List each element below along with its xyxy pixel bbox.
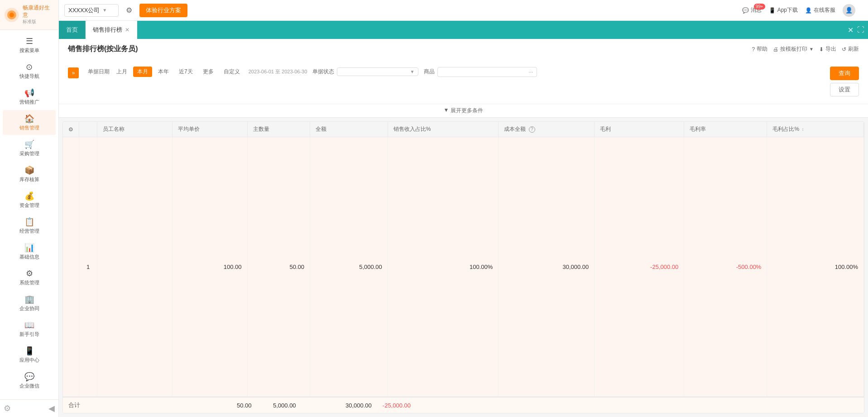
sidebar-item-search[interactable]: ☰ 搜索菜单 [3, 33, 56, 58]
col-avg-price: 平均单价 [172, 122, 247, 137]
operations-icon: 📋 [24, 217, 34, 227]
enterprise-icon: 🏢 [24, 294, 34, 304]
sidebar-item-basic[interactable]: 📊 基础信息 [3, 239, 56, 264]
sidebar-item-finance[interactable]: 💰 资金管理 [3, 187, 56, 212]
purchase-icon: 🛒 [24, 139, 34, 149]
query-actions: 查询 设置 [830, 67, 859, 96]
tab-close-icon[interactable]: ✕ [125, 27, 129, 33]
purchase-label: 采购管理 [19, 150, 39, 157]
message-action[interactable]: 💬 消息 99+ [742, 6, 762, 14]
cost-info-icon[interactable]: ? [529, 126, 535, 133]
col-settings[interactable]: ⚙ [63, 122, 79, 137]
tab-sales-rank-label: 销售排行榜 [93, 26, 122, 34]
collapse-icon[interactable]: ◀ [48, 403, 55, 413]
date-tab-last-month[interactable]: 上月 [112, 67, 131, 77]
experience-button[interactable]: 体验行业方案 [139, 4, 187, 17]
page-actions: ? 帮助 🖨 按模板打印 ▼ ⬇ 导出 ↺ 刷新 [752, 45, 859, 53]
expand-more-button[interactable]: ▼ 展开更多条件 [59, 104, 868, 117]
tab-home[interactable]: 首页 [59, 21, 86, 39]
status-chevron: ▼ [410, 69, 414, 74]
quick-nav-icon: ⊙ [26, 62, 33, 72]
header-gear-button[interactable]: ⚙ [122, 4, 136, 17]
app-download-label: App下载 [777, 6, 798, 14]
avatar-icon: 👤 [845, 7, 853, 14]
newguide-label: 新手引导 [19, 331, 39, 338]
date-tab-current-month[interactable]: 本月 [133, 67, 152, 77]
filter-wrapper: 销售排行榜(按业务员) ? 帮助 🖨 按模板打印 ▼ ⬇ 导出 [59, 39, 868, 118]
settings-icon[interactable]: ⚙ [4, 403, 11, 413]
date-tab-custom[interactable]: 自定义 [220, 67, 244, 77]
refresh-label: 刷新 [848, 45, 859, 53]
sidebar-item-system[interactable]: ⚙ 系统管理 [3, 265, 56, 290]
status-select[interactable]: ▼ [337, 67, 418, 76]
logo-area: 畅康通好生意 标准版 [0, 0, 58, 30]
print-label: 按模板打印 [780, 45, 807, 53]
sidebar-item-newguide[interactable]: 📖 新手引导 [3, 316, 56, 341]
row-cost: 30,000.00 [499, 137, 595, 397]
filter-main-row: » 单据日期 上月 本月 本年 近7天 更多 自定义 [59, 62, 868, 101]
tab-restore-btn[interactable]: ⛶ [857, 26, 864, 34]
more-dots-icon[interactable]: ··· [528, 69, 533, 75]
col-gross-rate: 毛利率 [684, 122, 767, 137]
date-range: 2023-06-01 至 2023-06-30 [249, 68, 307, 75]
print-icon: 🖨 [773, 46, 778, 53]
sidebar-nav: ☰ 搜索菜单 ⊙ 快捷导航 📢 营销推广 🏠 销售管理 🛒 采购管理 📦 库存核… [0, 30, 58, 399]
finance-label: 资金管理 [19, 202, 39, 209]
page-content: 销售排行榜(按业务员) ? 帮助 🖨 按模板打印 ▼ ⬇ 导出 [59, 39, 868, 417]
appcenter-label: 应用中心 [19, 357, 39, 364]
app-download-action[interactable]: 📱 App下载 [769, 6, 798, 14]
sidebar-item-enterprise[interactable]: 🏢 企业协同 [3, 291, 56, 316]
date-tab-current-year[interactable]: 本年 [154, 67, 173, 77]
page-title: 销售排行榜(按业务员) [68, 44, 138, 54]
sidebar-item-quick-nav[interactable]: ⊙ 快捷导航 [3, 58, 56, 83]
tab-sales-rank[interactable]: 销售排行榜 ✕ [86, 21, 137, 39]
sidebar: 畅康通好生意 标准版 ☰ 搜索菜单 ⊙ 快捷导航 📢 营销推广 🏠 销售管理 🛒… [0, 0, 59, 417]
sidebar-item-wechat[interactable]: 💬 企业微信 [3, 368, 56, 393]
export-action[interactable]: ⬇ 导出 [819, 45, 836, 53]
collapse-button[interactable]: » [68, 67, 79, 78]
col-index [79, 122, 97, 137]
online-service-action[interactable]: 👤 在线客服 [805, 6, 835, 14]
inventory-label: 库存核算 [19, 176, 39, 183]
table-body: 1 100.00 50.00 5,000.00 100.00% 30,000.0… [63, 137, 864, 397]
tab-home-label: 首页 [66, 26, 78, 34]
gross-pct-sort-icon[interactable]: ↕ [801, 127, 804, 132]
marketing-icon: 📢 [24, 88, 34, 98]
help-action[interactable]: ? 帮助 [752, 45, 767, 53]
sidebar-item-purchase[interactable]: 🛒 采购管理 [3, 136, 56, 161]
row-gross-rate: -500.00% [684, 137, 767, 397]
sidebar-item-member[interactable]: ◇ 畅会员 [3, 394, 56, 399]
sales-icon: 🏠 [24, 114, 34, 124]
print-action[interactable]: 🖨 按模板打印 ▼ [773, 45, 814, 53]
date-tab-last-7[interactable]: 近7天 [175, 67, 197, 77]
settings-button[interactable]: 设置 [830, 83, 859, 96]
search-icon: ☰ [26, 36, 33, 46]
sales-label: 销售管理 [19, 125, 39, 131]
sidebar-item-inventory[interactable]: 📦 库存核算 [3, 162, 56, 187]
tab-bar: 首页 销售排行榜 ✕ ✕ ⛶ [59, 21, 868, 39]
row-qty: 50.00 [247, 137, 310, 397]
row-index: 1 [79, 137, 97, 397]
app-version: 标准版 [23, 19, 55, 25]
query-button[interactable]: 查询 [830, 67, 859, 80]
sidebar-item-appcenter[interactable]: 📱 应用中心 [3, 342, 56, 367]
sidebar-item-marketing[interactable]: 📢 营销推广 [3, 84, 56, 109]
product-label: 商品 [424, 68, 435, 76]
avatar[interactable]: 👤 [843, 4, 855, 17]
footer-cost: 30,000.00 [340, 402, 377, 409]
refresh-icon: ↺ [842, 46, 846, 53]
refresh-action[interactable]: ↺ 刷新 [842, 45, 859, 53]
footer-qty-val: 50.00 [231, 402, 268, 409]
collapse-icon: » [72, 70, 75, 76]
product-input[interactable]: ··· [437, 67, 537, 77]
tab-close-btn[interactable]: ✕ [848, 26, 854, 34]
sidebar-item-sales[interactable]: 🏠 销售管理 [3, 110, 56, 135]
filter-fields: 单据日期 上月 本月 本年 近7天 更多 自定义 2023-06-01 至 20… [88, 67, 821, 77]
row-gross-pct: 100.00% [767, 137, 864, 397]
export-label: 导出 [825, 45, 836, 53]
row-amount: 5,000.00 [310, 137, 388, 397]
top-header: XXXXX公司 ▼ ⚙ 体验行业方案 💬 消息 99+ 📱 App下载 👤 在线… [59, 0, 868, 21]
date-tab-more[interactable]: 更多 [199, 67, 218, 77]
company-selector[interactable]: XXXXX公司 ▼ [64, 4, 119, 17]
sidebar-item-operations[interactable]: 📋 经营管理 [3, 213, 56, 238]
